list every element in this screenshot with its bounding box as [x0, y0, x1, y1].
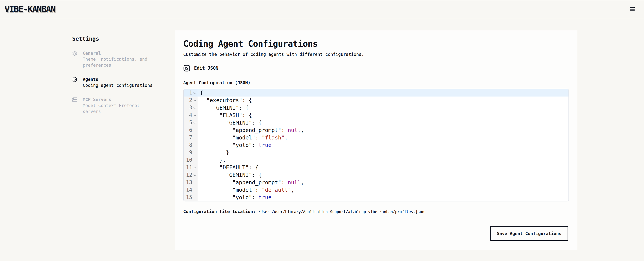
- app-logo[interactable]: VIBE-KANBAN: [4, 4, 55, 14]
- sidebar-item-subtitle: Coding agent configurations: [83, 82, 154, 88]
- code-line[interactable]: 10 },: [184, 156, 568, 164]
- config-file-path: /Users/user/Library/Application Support/…: [258, 209, 424, 214]
- code-line[interactable]: 13 "append_prompt": null,: [184, 179, 568, 186]
- sidebar-item-title: MCP Servers: [83, 97, 154, 103]
- sidebar-item-title: General: [83, 50, 154, 56]
- config-file-location: Configuration file location: /Users/user…: [183, 208, 569, 215]
- edit-json-label: Edit JSON: [194, 66, 218, 71]
- code-line-content[interactable]: "model": "flash",: [198, 134, 568, 141]
- code-line-content[interactable]: },: [198, 156, 568, 164]
- editor-gutter-cell: 2: [184, 97, 198, 104]
- code-line[interactable]: 5 "GEMINI": {: [184, 119, 568, 126]
- code-line[interactable]: 14 "model": "default",: [184, 186, 568, 194]
- code-line-content[interactable]: "yolo": true: [198, 141, 568, 149]
- top-bar: VIBE-KANBAN: [0, 0, 644, 18]
- sidebar-item-agents[interactable]: Agents Coding agent configurations: [72, 76, 160, 88]
- code-line-content[interactable]: "DEFAULT": {: [198, 164, 568, 171]
- fold-chevron-icon[interactable]: [194, 114, 196, 117]
- editor-gutter-cell: 7: [184, 134, 198, 141]
- editor-gutter-cell: 4: [184, 111, 198, 119]
- line-number: 6: [184, 126, 192, 134]
- line-number: 9: [184, 149, 192, 156]
- code-line[interactable]: 2 "executors": {: [184, 97, 568, 104]
- agent-config-panel: Coding Agent Configurations Customize th…: [175, 31, 578, 249]
- line-number: 8: [184, 141, 192, 149]
- sidebar-item-subtitle: Model Context Protocol servers: [83, 103, 154, 114]
- editor-gutter-cell: 6: [184, 126, 198, 134]
- code-line-content[interactable]: "executors": {: [198, 97, 568, 104]
- fold-chevron-icon[interactable]: [194, 106, 196, 109]
- editor-label: Agent Configuration (JSON): [183, 80, 569, 86]
- code-line-content[interactable]: "append_prompt": null,: [198, 126, 568, 134]
- edit-json-icon: [183, 65, 190, 72]
- settings-sidebar: Settings General Theme, notifications, a…: [72, 36, 160, 123]
- server-icon: [72, 97, 78, 102]
- line-number: 3: [184, 104, 192, 111]
- line-number: 10: [184, 156, 192, 164]
- editor-gutter-cell: 3: [184, 104, 198, 111]
- page-subtitle: Customize the behavior of coding agents …: [183, 51, 569, 57]
- config-file-location-label: Configuration file location:: [183, 209, 256, 214]
- editor-gutter-cell: 13: [184, 179, 198, 186]
- code-line[interactable]: 1{: [184, 89, 568, 97]
- code-line[interactable]: 7 "model": "flash",: [184, 134, 568, 141]
- code-line-content[interactable]: "model": "default",: [198, 186, 568, 194]
- fold-chevron-icon[interactable]: [194, 173, 196, 176]
- settings-nav: General Theme, notifications, and prefer…: [72, 50, 160, 114]
- sidebar-item-mcp-servers[interactable]: MCP Servers Model Context Protocol serve…: [72, 97, 160, 114]
- code-line-content[interactable]: "FLASH": {: [198, 111, 568, 119]
- fold-chevron-icon[interactable]: [194, 121, 196, 124]
- hamburger-menu-icon[interactable]: [630, 7, 635, 11]
- line-number: 11: [184, 164, 192, 171]
- editor-gutter-cell: 8: [184, 141, 198, 149]
- editor-gutter-cell: 11: [184, 164, 198, 171]
- save-agent-configurations-button[interactable]: Save Agent Configurations: [490, 226, 568, 241]
- editor-gutter-cell: 5: [184, 119, 198, 126]
- code-line[interactable]: 3 "GEMINI": {: [184, 104, 568, 111]
- code-line[interactable]: 12 "GEMINI": {: [184, 171, 568, 179]
- line-number: 13: [184, 179, 192, 186]
- code-line-content[interactable]: "GEMINI": {: [198, 119, 568, 126]
- code-line-content[interactable]: "append_prompt": null,: [198, 179, 568, 186]
- line-number: 1: [184, 89, 192, 97]
- code-line[interactable]: 8 "yolo": true: [184, 141, 568, 149]
- gear-icon: [72, 51, 78, 56]
- code-line-content[interactable]: }: [198, 149, 568, 156]
- sidebar-item-subtitle: Theme, notifications, and preferences: [83, 56, 154, 68]
- editor-gutter-cell: 9: [184, 149, 198, 156]
- fold-chevron-icon[interactable]: [194, 91, 196, 94]
- editor-gutter-cell: 12: [184, 171, 198, 179]
- json-editor[interactable]: 1{2 "executors": {3 "GEMINI": {4 "FLASH"…: [183, 89, 569, 201]
- editor-gutter-cell: 10: [184, 156, 198, 164]
- line-number: 12: [184, 171, 192, 179]
- fold-chevron-icon[interactable]: [194, 99, 196, 102]
- line-number: 5: [184, 119, 192, 126]
- code-line-content[interactable]: "GEMINI": {: [198, 171, 568, 179]
- page-title: Coding Agent Configurations: [183, 38, 569, 50]
- code-line[interactable]: 4 "FLASH": {: [184, 111, 568, 119]
- editor-gutter-cell: 1: [184, 89, 198, 97]
- code-line-content[interactable]: "GEMINI": {: [198, 104, 568, 111]
- code-line[interactable]: 9 }: [184, 149, 568, 156]
- line-number: 15: [184, 194, 192, 201]
- code-line-content[interactable]: {: [198, 89, 568, 97]
- editor-gutter-cell: 15: [184, 194, 198, 201]
- edit-json-toggle[interactable]: Edit JSON: [183, 64, 218, 72]
- sidebar-item-title: Agents: [83, 76, 154, 82]
- line-number: 7: [184, 134, 192, 141]
- line-number: 4: [184, 111, 192, 119]
- code-line[interactable]: 6 "append_prompt": null,: [184, 126, 568, 134]
- code-line[interactable]: 11 "DEFAULT": {: [184, 164, 568, 171]
- fold-chevron-icon[interactable]: [194, 166, 196, 169]
- code-line[interactable]: 15 "yolo": true: [184, 194, 568, 201]
- editor-gutter-cell: 14: [184, 186, 198, 194]
- cpu-icon: [72, 77, 78, 82]
- code-line-content[interactable]: "yolo": true: [198, 194, 568, 201]
- sidebar-item-general[interactable]: General Theme, notifications, and prefer…: [72, 50, 160, 68]
- line-number: 14: [184, 186, 192, 194]
- sidebar-title: Settings: [72, 36, 160, 42]
- line-number: 2: [184, 97, 192, 104]
